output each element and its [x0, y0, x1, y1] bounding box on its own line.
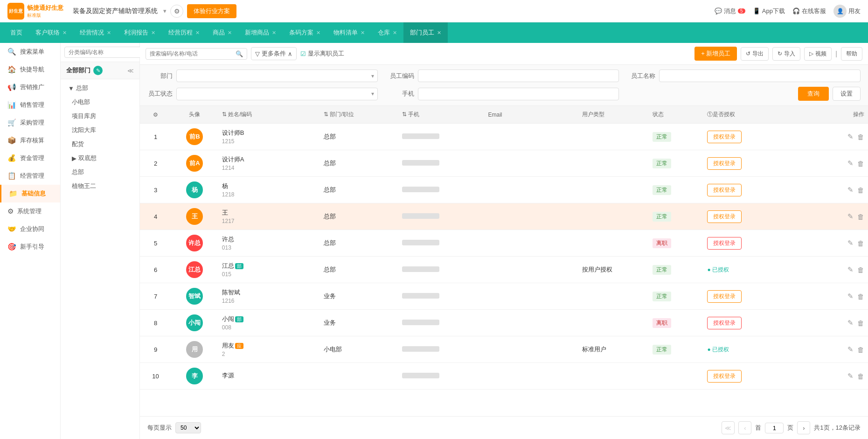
- sidebar-item-inventory[interactable]: 📦 库存核算: [0, 132, 60, 149]
- search-button[interactable]: 查询: [798, 87, 829, 101]
- edit-button[interactable]: ✎: [847, 292, 854, 300]
- dept-node-double[interactable]: ▶ 双底想: [61, 151, 139, 165]
- show-inactive-checkbox[interactable]: ☑ 显示离职员工: [300, 49, 344, 58]
- auth-button[interactable]: 授权登录: [707, 317, 742, 329]
- delete-button[interactable]: 🗑: [857, 239, 864, 247]
- delete-button[interactable]: 🗑: [857, 160, 864, 167]
- close-icon[interactable]: ✕: [62, 30, 67, 36]
- delete-button[interactable]: 🗑: [857, 319, 864, 327]
- tab-goods[interactable]: 商品 ✕: [206, 22, 238, 43]
- tab-barcode[interactable]: 条码方案 ✕: [283, 22, 327, 43]
- page-number-input[interactable]: [765, 423, 784, 433]
- sort-icon-dept[interactable]: ⇅: [324, 111, 328, 118]
- auth-button[interactable]: 授权登录: [707, 131, 742, 143]
- dept-node-delivery[interactable]: 配货: [61, 137, 139, 151]
- edit-button[interactable]: ✎: [847, 239, 854, 247]
- tab-operation[interactable]: 经营情况 ✕: [73, 22, 118, 43]
- tab-employee[interactable]: 部门员工 ✕: [403, 22, 448, 43]
- sort-icon[interactable]: ⇅: [222, 111, 227, 118]
- tab-home[interactable]: 首页: [4, 22, 29, 43]
- delete-button[interactable]: 🗑: [857, 213, 864, 221]
- sidebar-item-basic[interactable]: 📁 基础信息: [0, 185, 60, 202]
- close-icon[interactable]: ✕: [361, 30, 365, 36]
- edit-button[interactable]: ✎: [847, 265, 854, 274]
- auth-button[interactable]: 授权登录: [707, 210, 742, 223]
- dept-select[interactable]: [176, 70, 378, 82]
- close-icon[interactable]: ✕: [107, 30, 111, 36]
- close-icon[interactable]: ✕: [228, 30, 232, 36]
- help-button[interactable]: 帮助: [841, 47, 862, 61]
- tab-history[interactable]: 经营历程 ✕: [162, 22, 206, 43]
- edit-button[interactable]: ✎: [847, 132, 854, 141]
- auth-button[interactable]: 授权登录: [707, 237, 742, 250]
- delete-button[interactable]: 🗑: [857, 346, 864, 354]
- view-button[interactable]: ▷ 视频: [804, 47, 832, 61]
- delete-button[interactable]: 🗑: [857, 372, 864, 380]
- auth-button[interactable]: 授权登录: [707, 157, 742, 170]
- tab-bom[interactable]: 物料清单 ✕: [327, 22, 371, 43]
- tab-customer[interactable]: 客户联络 ✕: [29, 22, 73, 43]
- delete-button[interactable]: 🗑: [857, 133, 864, 141]
- settings-icon[interactable]: ⚙: [153, 111, 158, 118]
- phone-input[interactable]: [418, 88, 619, 100]
- trial-button[interactable]: 体验行业方案: [187, 4, 236, 18]
- sort-icon-phone[interactable]: ⇅: [402, 111, 407, 118]
- sidebar-item-marketing[interactable]: 📢 营销推广: [0, 78, 60, 96]
- close-icon[interactable]: ✕: [151, 30, 155, 36]
- sidebar-item-system[interactable]: ⚙ 系统管理: [0, 202, 60, 220]
- sidebar-item-search[interactable]: 🔍 搜索菜单: [0, 43, 60, 61]
- add-employee-button[interactable]: + 新增员工: [694, 47, 737, 61]
- import-button[interactable]: ↻ 导入: [772, 47, 800, 61]
- dept-node-hq2[interactable]: 总部: [61, 165, 139, 179]
- message-button[interactable]: 💬 消息 5: [715, 7, 745, 15]
- close-icon[interactable]: ✕: [195, 30, 200, 36]
- edit-button[interactable]: ✎: [847, 372, 854, 380]
- search-input[interactable]: [150, 50, 234, 57]
- delete-button[interactable]: 🗑: [857, 293, 864, 300]
- close-icon[interactable]: ✕: [272, 30, 276, 36]
- sidebar-item-finance[interactable]: 💰 资金管理: [0, 149, 60, 167]
- empcode-input[interactable]: [418, 70, 619, 82]
- auth-button[interactable]: 授权登录: [707, 184, 742, 196]
- reset-button[interactable]: 设置: [833, 87, 861, 101]
- dept-collapse-button[interactable]: ≪: [127, 67, 134, 74]
- tab-warehouse[interactable]: 仓库 ✕: [371, 22, 403, 43]
- edit-button[interactable]: ✎: [847, 186, 854, 194]
- close-icon[interactable]: ✕: [437, 30, 441, 36]
- edit-button[interactable]: ✎: [847, 319, 854, 327]
- gear-button[interactable]: ⚙: [170, 5, 183, 18]
- sidebar-item-nav[interactable]: 🏠 快捷导航: [0, 61, 60, 78]
- edit-button[interactable]: ✎: [847, 212, 854, 221]
- auth-button[interactable]: 授权登录: [707, 370, 742, 383]
- sidebar-item-guide[interactable]: 🎯 新手引导: [0, 238, 60, 256]
- delete-button[interactable]: 🗑: [857, 266, 864, 274]
- sidebar-item-purchase[interactable]: 🛒 采购管理: [0, 114, 60, 132]
- user-menu[interactable]: 👤 用友: [833, 5, 861, 18]
- tab-profit[interactable]: 利润报告 ✕: [118, 22, 162, 43]
- dept-node-plant[interactable]: 植物王二: [61, 179, 139, 193]
- dept-search-input[interactable]: [64, 47, 143, 58]
- close-icon[interactable]: ✕: [316, 30, 320, 36]
- page-size-select[interactable]: 50 100 200: [175, 422, 201, 433]
- tab-new-goods[interactable]: 新增商品 ✕: [238, 22, 283, 43]
- close-icon[interactable]: ✕: [393, 30, 397, 36]
- sidebar-item-collab[interactable]: 🤝 企业协同: [0, 220, 60, 238]
- status-select[interactable]: [176, 88, 378, 100]
- edit-button[interactable]: ✎: [847, 345, 854, 354]
- edit-button[interactable]: ✎: [847, 159, 854, 167]
- dept-node-shenyang[interactable]: 沈阳大库: [61, 123, 139, 137]
- dept-node-project[interactable]: 项目库房: [61, 109, 139, 123]
- dept-edit-button[interactable]: ✎: [93, 66, 103, 75]
- prev-page-button[interactable]: ‹: [738, 421, 751, 434]
- empname-input[interactable]: [659, 70, 861, 82]
- online-service-button[interactable]: 🎧 在线客服: [792, 7, 826, 15]
- app-download-button[interactable]: 📱 App下载: [753, 7, 785, 15]
- export-button[interactable]: ↺ 导出: [741, 47, 769, 61]
- more-filter-button[interactable]: ▽ 更多条件 ∧: [251, 47, 297, 60]
- search-icon[interactable]: 🔍: [236, 50, 243, 57]
- dept-node-small-elec[interactable]: 小电部: [61, 95, 139, 109]
- first-page-button[interactable]: ≪: [722, 421, 735, 434]
- sidebar-item-mgmt[interactable]: 📋 经营管理: [0, 167, 60, 185]
- dept-node-headquarter[interactable]: ▼ 总部: [61, 81, 139, 95]
- delete-button[interactable]: 🗑: [857, 186, 864, 194]
